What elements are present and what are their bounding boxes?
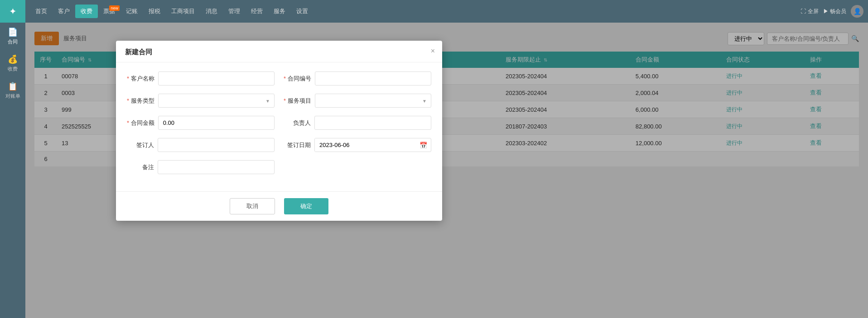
label-client-name: 客户名称 (127, 75, 154, 83)
modal-header: 新建合同 × (116, 41, 442, 62)
sidebar-label-对账单: 对账单 (5, 93, 20, 100)
modal-title: 新建合同 (125, 48, 152, 56)
fee-icon: 💰 (8, 54, 18, 64)
label-amount: 合同金额 (127, 119, 154, 127)
modal-footer: 取消 确定 (116, 191, 442, 221)
form-group-contract-no: 合同编号 (284, 71, 431, 85)
sidebar-label-收费: 收费 (8, 66, 18, 72)
sidebar: ✦ 📄 合同 💰 收费 📋 对账单 (0, 0, 25, 318)
form-group-signer: 签订人 (127, 138, 275, 152)
topnav: 首页 客户 收费 票据 new 记账 报税 工商项目 消息 管理 经营 服务 设… (25, 0, 868, 23)
sidebar-label-合同: 合同 (8, 38, 18, 45)
confirm-button[interactable]: 确定 (284, 198, 328, 214)
label-service-item: 服务项目 (284, 97, 311, 105)
form-row-4: 签订人 签订日期 📅 (127, 138, 431, 152)
sidebar-item-收费[interactable]: 💰 收费 (0, 50, 25, 77)
form-group-amount: 合同金额 (127, 116, 275, 130)
nav-收费[interactable]: 收费 (75, 5, 98, 18)
sidebar-item-合同[interactable]: 📄 合同 (0, 23, 25, 50)
select-service-type[interactable] (158, 94, 275, 108)
nav-经营[interactable]: 经营 (246, 5, 268, 18)
modal-close-button[interactable]: × (431, 47, 435, 55)
select-service-item[interactable] (315, 94, 431, 108)
calendar-icon[interactable]: 📅 (416, 142, 431, 149)
label-signer: 签订人 (127, 141, 154, 149)
label-sign-date: 签订日期 (284, 141, 311, 149)
form-group-responsible: 负责人 (284, 116, 431, 130)
nav-管理[interactable]: 管理 (223, 5, 246, 18)
label-contract-no: 合同编号 (284, 75, 311, 83)
modal-body: 客户名称 合同编号 服务类型 (116, 62, 442, 191)
input-client-name[interactable] (158, 71, 275, 85)
nav-消息[interactable]: 消息 (200, 5, 223, 18)
nav-报税[interactable]: 报税 (143, 5, 166, 18)
modal-overlay: 新建合同 × 客户名称 合同编号 (25, 23, 868, 318)
form-row-5: 备注 (127, 160, 431, 174)
form-group-sign-date: 签订日期 📅 (284, 138, 431, 152)
sidebar-item-对账单[interactable]: 📋 对账单 (0, 77, 25, 104)
content-area: 新增 服务项目 进行中 已结束 全部 🔍 序号 (25, 23, 868, 318)
statement-icon: 📋 (8, 81, 18, 91)
input-amount[interactable] (158, 116, 275, 130)
form-group-remark: 备注 (127, 160, 275, 174)
modal-新建合同: 新建合同 × 客户名称 合同编号 (116, 41, 442, 221)
contract-icon: 📄 (8, 27, 18, 37)
form-row-3: 合同金额 负责人 (127, 116, 431, 130)
member-label[interactable]: ▶ 畅会员 (823, 8, 846, 15)
nav-客户[interactable]: 客户 (53, 5, 75, 18)
nav-票据[interactable]: 票据 new (98, 5, 121, 18)
main-area: 首页 客户 收费 票据 new 记账 报税 工商项目 消息 管理 经营 服务 设… (25, 0, 868, 318)
label-service-type: 服务类型 (127, 97, 154, 105)
nav-设置[interactable]: 设置 (291, 5, 313, 18)
form-row-1: 客户名称 合同编号 (127, 71, 431, 85)
nav-工商项目[interactable]: 工商项目 (166, 5, 200, 18)
service-type-wrapper: ▼ (158, 94, 275, 108)
input-remark[interactable] (158, 160, 275, 174)
input-sign-date[interactable] (315, 138, 416, 152)
label-responsible: 负责人 (284, 119, 311, 127)
cancel-button[interactable]: 取消 (230, 198, 275, 214)
avatar[interactable]: 👤 (851, 5, 863, 18)
app-logo: ✦ (0, 0, 25, 23)
input-signer[interactable] (158, 138, 275, 152)
nav-记账[interactable]: 记账 (121, 5, 143, 18)
service-item-wrapper: ▼ (315, 94, 431, 108)
form-group-service-type: 服务类型 ▼ (127, 94, 275, 108)
input-responsible[interactable] (314, 116, 431, 130)
fullscreen-label[interactable]: ⛶ 全屏 (800, 8, 818, 15)
nav-服务[interactable]: 服务 (268, 5, 291, 18)
date-input-wrapper: 📅 (314, 138, 431, 152)
topnav-right: ⛶ 全屏 ▶ 畅会员 👤 (800, 5, 863, 18)
new-badge: new (109, 5, 120, 11)
form-group-service-item: 服务项目 ▼ (284, 94, 431, 108)
form-group-client: 客户名称 (127, 71, 275, 85)
nav-首页[interactable]: 首页 (30, 5, 53, 18)
form-row-2: 服务类型 ▼ 服务项目 ▼ (127, 94, 431, 108)
label-remark: 备注 (127, 163, 154, 171)
input-contract-no[interactable] (315, 71, 431, 85)
